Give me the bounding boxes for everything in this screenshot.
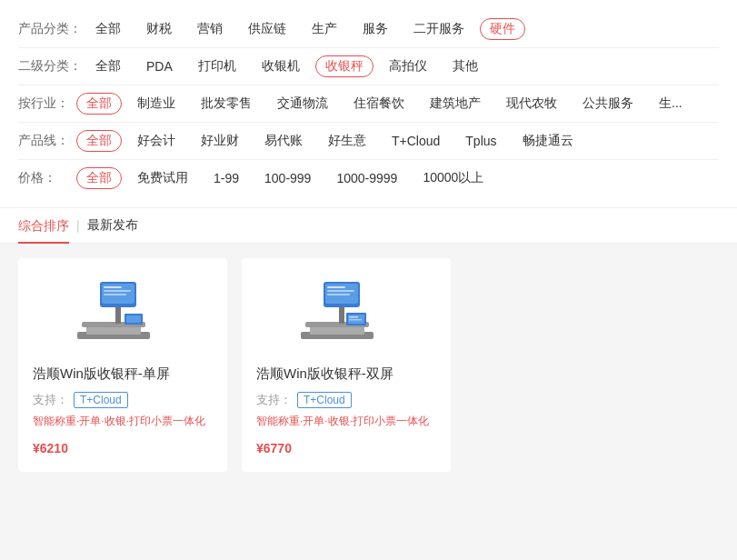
filter-item-opendev[interactable]: 二开服务 (403, 18, 474, 40)
filter-item-manufacture[interactable]: 制造业 (127, 93, 185, 115)
filter-label-industry: 按行业： (18, 95, 73, 112)
svg-rect-10 (126, 315, 141, 323)
filter-row-product-line: 产品线： 全部 好会计 好业财 易代账 好生意 T+Cloud Tplus 畅捷… (18, 123, 719, 160)
support-label-1: 支持： (33, 392, 68, 408)
filter-item-produce[interactable]: 生产 (302, 18, 347, 40)
filter-item-other[interactable]: 其他 (443, 55, 488, 77)
product-desc-2: 智能称重·开单·收银·打印小票一体化 (256, 414, 429, 429)
product-price-1: ¥6210 (33, 436, 68, 457)
price-symbol-2: ¥ (256, 441, 264, 455)
product-card-1[interactable]: 浩顺Win版收银秤-单屏 支持： T+Cloud 智能称重·开单·收银·打印小票… (18, 258, 227, 472)
filter-item-tcloud[interactable]: T+Cloud (382, 131, 450, 151)
filter-item-fin[interactable]: 好业财 (191, 130, 249, 152)
filter-item-100-999[interactable]: 100-999 (254, 168, 321, 188)
svg-rect-8 (104, 294, 126, 295)
filter-item-tplus[interactable]: Tplus (455, 131, 506, 151)
product-support-2: 支持： T+Cloud (256, 392, 352, 408)
filter-row-price: 价格： 全部 免费试用 1-99 100-999 1000-9999 10000… (18, 160, 719, 196)
sort-divider: | (76, 218, 80, 233)
product-price-2: ¥6770 (256, 436, 292, 457)
filter-item-all[interactable]: 全部 (85, 18, 131, 40)
filter-row-industry: 按行业： 全部 制造业 批发零售 交通物流 住宿餐饮 建筑地产 现代农牧 公共服… (18, 85, 719, 123)
filter-label-sub-type: 二级分类： (18, 58, 82, 75)
filter-item-tax[interactable]: 财税 (136, 18, 182, 40)
product-desc-1: 智能称重·开单·收银·打印小票一体化 (33, 414, 205, 429)
filter-item-cashscale[interactable]: 收银秤 (315, 55, 373, 77)
support-badge-1: T+Cloud (74, 392, 128, 408)
product-support-1: 支持： T+Cloud (33, 392, 128, 408)
filter-section: 产品分类： 全部 财税 营销 供应链 生产 服务 二开服务 硬件 二级分类： 全… (0, 0, 737, 208)
product-card-2[interactable]: 浩顺Win版收银秤-双屏 支持： T+Cloud 智能称重·开单·收银·打印小票… (242, 258, 451, 472)
sort-newest[interactable]: 最新发布 (87, 217, 138, 234)
filter-item-sub-all[interactable]: 全部 (85, 55, 131, 77)
filter-item-10000plus[interactable]: 10000以上 (413, 167, 493, 189)
filter-item-realestate[interactable]: 建筑地产 (420, 93, 491, 115)
filter-items-industry: 全部 制造业 批发零售 交通物流 住宿餐饮 建筑地产 现代农牧 公共服务 生..… (76, 93, 692, 115)
filter-item-pda[interactable]: PDA (136, 56, 183, 76)
filter-item-biz[interactable]: 好生意 (318, 130, 376, 152)
filter-row-sub-type: 二级分类： 全部 PDA 打印机 收银机 收银秤 高拍仪 其他 (18, 48, 719, 85)
svg-rect-18 (327, 290, 354, 292)
svg-rect-17 (327, 286, 345, 288)
filter-item-price-all[interactable]: 全部 (76, 167, 122, 189)
filter-items-product-type: 全部 财税 营销 供应链 生产 服务 二开服务 硬件 (85, 18, 525, 40)
svg-rect-6 (104, 286, 122, 288)
filter-items-product-line: 全部 好会计 好业财 易代账 好生意 T+Cloud Tplus 畅捷通云 (76, 130, 583, 152)
filter-item-supply[interactable]: 供应链 (238, 18, 296, 40)
product-name-2: 浩顺Win版收银秤-双屏 (256, 365, 393, 383)
filter-item-printer[interactable]: 打印机 (188, 55, 246, 77)
filter-item-hardware[interactable]: 硬件 (480, 18, 525, 40)
support-label-2: 支持： (256, 392, 292, 408)
filter-row-product-type: 产品分类： 全部 财税 营销 供应链 生产 服务 二开服务 硬件 (18, 11, 719, 48)
filter-items-sub-type: 全部 PDA 打印机 收银机 收银秤 高拍仪 其他 (85, 55, 488, 77)
filter-item-acc[interactable]: 好会计 (127, 130, 185, 152)
svg-rect-7 (104, 290, 131, 292)
filter-item-public[interactable]: 公共服务 (573, 93, 643, 115)
filter-item-1-99[interactable]: 1-99 (204, 168, 249, 188)
filter-item-1000-9999[interactable]: 1000-9999 (326, 168, 407, 188)
filter-item-wholesale[interactable]: 批发零售 (191, 93, 262, 115)
filter-item-more[interactable]: 生... (649, 93, 692, 115)
sort-bar: 综合排序 | 最新发布 (0, 208, 737, 244)
products-area: 浩顺Win版收银秤-单屏 支持： T+Cloud 智能称重·开单·收银·打印小票… (0, 244, 737, 486)
filter-item-highcam[interactable]: 高拍仪 (379, 55, 437, 77)
sort-composite[interactable]: 综合排序 (18, 218, 69, 244)
filter-item-express[interactable]: 畅捷通云 (513, 130, 583, 152)
filter-item-free[interactable]: 免费试用 (127, 167, 198, 189)
product-image-1 (68, 273, 177, 355)
filter-item-marketing[interactable]: 营销 (187, 18, 233, 40)
svg-rect-23 (349, 319, 362, 321)
filter-item-service[interactable]: 服务 (353, 18, 398, 40)
product-image-2 (292, 273, 401, 355)
product-img-area-1 (33, 273, 213, 355)
product-name-1: 浩顺Win版收银秤-单屏 (33, 365, 170, 383)
svg-rect-22 (349, 316, 358, 318)
filter-label-product-line: 产品线： (18, 133, 73, 149)
price-number-1: 6210 (40, 441, 68, 455)
filter-label-product-type: 产品分类： (18, 21, 82, 37)
filter-item-transport[interactable]: 交通物流 (267, 93, 338, 115)
price-symbol-1: ¥ (33, 441, 40, 455)
filter-item-inv[interactable]: 易代账 (254, 130, 313, 152)
filter-label-price: 价格： (18, 170, 73, 186)
filter-item-industry-all[interactable]: 全部 (76, 93, 122, 115)
filter-item-agri[interactable]: 现代农牧 (496, 93, 567, 115)
support-badge-2: T+Cloud (297, 392, 352, 408)
filter-item-hotel[interactable]: 住宿餐饮 (344, 93, 414, 115)
filter-item-line-all[interactable]: 全部 (76, 130, 122, 152)
svg-rect-19 (327, 294, 350, 295)
product-img-area-2 (256, 273, 436, 355)
filter-items-price: 全部 免费试用 1-99 100-999 1000-9999 10000以上 (76, 167, 493, 189)
filter-item-cashregister[interactable]: 收银机 (252, 55, 310, 77)
price-number-2: 6770 (264, 441, 292, 455)
